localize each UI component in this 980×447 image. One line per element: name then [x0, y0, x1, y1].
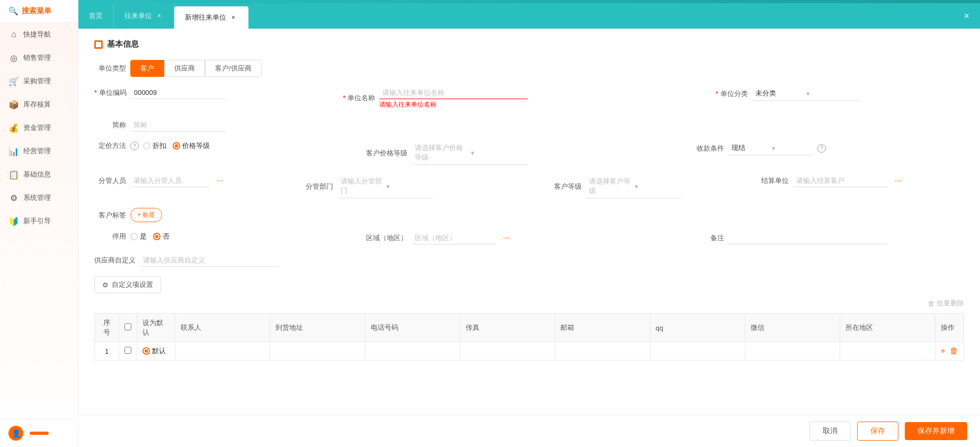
sidebar-search-label: 搜索菜单 — [22, 6, 51, 16]
unit-code-field: 单位编码 — [94, 86, 343, 99]
cancel-button[interactable]: 取消 — [809, 422, 851, 441]
td-address — [270, 342, 365, 361]
unit-name-input[interactable] — [379, 86, 528, 99]
pricing-method-label: 定价方法 — [94, 141, 126, 151]
disable-region-row: 停用 是 否 区域（地区） ··· 备注 — [94, 232, 964, 244]
sidebar-item-sales[interactable]: ◎ 销售管理 — [0, 46, 78, 69]
contact-input[interactable] — [181, 347, 264, 355]
finance-icon: 💰 — [8, 122, 19, 133]
table-header-row: 序号 设为默认 联系人 到货地址 电话号码 传真 邮箱 qq 微信 所在地区 操… — [95, 314, 964, 342]
code-name-category-row: 单位编码 单位名称 请输入往来单位名称 单位分类 未分类 ▾ — [94, 86, 964, 109]
settlement-unit-input[interactable] — [793, 174, 888, 187]
select-all-checkbox[interactable] — [124, 323, 131, 330]
email-input[interactable] — [560, 347, 644, 355]
sidebar-item-system[interactable]: ⚙ 系统管理 — [0, 186, 78, 209]
section-basic-info-header: 基本信息 — [94, 39, 964, 49]
customer-price-level-select[interactable]: 请选择客户价格等级 ▾ — [412, 141, 528, 165]
save-new-button[interactable]: 保存并新增 — [905, 422, 967, 440]
pricing-discount-label: 折扣 — [153, 141, 166, 151]
operations-icon: 📊 — [8, 146, 19, 156]
remarks-input[interactable] — [728, 232, 887, 244]
tab-home[interactable]: 首页 — [78, 3, 114, 29]
td-checkbox — [119, 342, 137, 361]
tabbar: 首页 往来单位 × 新增往来单位 × × — [78, 3, 980, 29]
tab-new-contact-label: 新增往来单位 — [185, 13, 226, 22]
sidebar-item-purchase[interactable]: 🛒 采购管理 — [0, 69, 78, 93]
tab-new-contact-close[interactable]: × — [229, 13, 237, 22]
default-radio[interactable]: 默认 — [142, 346, 170, 356]
quick-nav-icon: ⌂ — [8, 29, 19, 40]
td-fax — [460, 342, 555, 361]
sidebar-item-guide[interactable]: 🔰 新手引导 — [0, 209, 78, 233]
disable-yes-label: 是 — [140, 232, 147, 241]
settlement-unit-dots[interactable]: ··· — [893, 176, 904, 186]
region-dots[interactable]: ··· — [501, 233, 512, 243]
sidebar-item-operations[interactable]: 📊 经营管理 — [0, 139, 78, 163]
department-select[interactable]: 请输入分管部门 ▾ — [337, 174, 433, 198]
sidebar-item-inventory[interactable]: 📦 库存核算 — [0, 93, 78, 116]
sidebar-search[interactable]: 🔍 搜索菜单 — [0, 0, 78, 23]
tab-new-contact[interactable]: 新增往来单位 × — [174, 6, 248, 29]
customer-level-label: 客户等级 — [550, 182, 582, 191]
sidebar-progress — [30, 432, 49, 435]
tabbar-close-button[interactable]: × — [959, 8, 974, 24]
unit-category-arrow: ▾ — [806, 90, 855, 98]
sidebar-item-basic-info[interactable]: 📋 基础信息 — [0, 163, 78, 186]
payment-terms-select[interactable]: 现结 ▾ — [728, 141, 813, 155]
unit-category-label: 单位分类 — [716, 89, 748, 99]
settlement-unit-label: 结算单位 — [757, 176, 789, 186]
pricing-method-help[interactable]: ? — [130, 142, 139, 150]
customer-level-placeholder: 请选择客户等级 — [589, 177, 632, 196]
pricing-discount-radio[interactable]: 折扣 — [143, 141, 166, 151]
content-area: 基本信息 单位类型 客户 供应商 客户/供应商 单位编码 单位名称 — [78, 29, 980, 415]
add-tag-button[interactable]: + 标签 — [130, 208, 162, 222]
unit-category-field: 单位分类 未分类 ▾ — [716, 86, 964, 101]
th-seq: 序号 — [95, 314, 119, 342]
td-seq: 1 — [95, 342, 119, 361]
qq-input[interactable] — [656, 347, 740, 355]
fax-input[interactable] — [466, 347, 549, 355]
supplier-custom-input[interactable] — [140, 254, 278, 267]
pricing-level-circle — [173, 142, 180, 150]
unit-type-both-btn[interactable]: 客户/供应商 — [205, 60, 262, 77]
address-input[interactable] — [275, 347, 359, 355]
region-input[interactable] — [412, 232, 496, 244]
sidebar-item-quick-nav[interactable]: ⌂ 快捷导航 — [0, 23, 78, 46]
row-checkbox[interactable] — [124, 347, 131, 354]
sidebar-label-system: 系统管理 — [23, 193, 51, 203]
phone-input[interactable] — [371, 347, 455, 355]
batch-delete-label[interactable]: 批量删除 — [937, 299, 964, 308]
manager-input[interactable] — [130, 174, 210, 187]
pricing-level-radio[interactable]: 价格等级 — [173, 141, 210, 151]
unit-type-customer-btn[interactable]: 客户 — [130, 60, 164, 77]
manager-dots[interactable]: ··· — [214, 176, 225, 186]
row-region-input[interactable] — [845, 347, 929, 355]
tab-contacts-close[interactable]: × — [155, 11, 163, 21]
sidebar-item-finance[interactable]: 💰 资金管理 — [0, 116, 78, 139]
payment-terms-help[interactable]: ? — [817, 144, 826, 153]
add-row-icon[interactable]: + — [941, 346, 946, 356]
save-button[interactable]: 保存 — [857, 422, 898, 441]
tab-contacts[interactable]: 往来单位 × — [114, 3, 174, 29]
th-email: 邮箱 — [555, 314, 650, 342]
settlement-unit-field: 结算单位 ··· — [757, 174, 964, 187]
wechat-input[interactable] — [751, 347, 834, 355]
th-phone: 电话号码 — [365, 314, 460, 342]
th-action: 操作 — [935, 314, 964, 342]
short-name-input[interactable] — [130, 119, 226, 132]
unit-type-supplier-btn[interactable]: 供应商 — [164, 60, 205, 77]
unit-name-error: 请输入往来单位名称 — [379, 100, 716, 109]
unit-code-input[interactable] — [131, 86, 226, 99]
unit-category-select[interactable]: 未分类 ▾ — [752, 86, 858, 101]
region-field: 区域（地区） ··· — [366, 232, 692, 244]
disable-no-radio[interactable]: 否 — [153, 232, 170, 241]
search-icon: 🔍 — [8, 6, 19, 16]
delete-row-icon[interactable]: 🗑 — [950, 346, 958, 356]
disable-no-label: 否 — [163, 232, 170, 241]
td-region — [840, 342, 935, 361]
disable-yes-radio[interactable]: 是 — [130, 232, 147, 241]
custom-settings-button[interactable]: ⚙ 自定义项设置 — [94, 276, 161, 293]
customer-level-select[interactable]: 请选择客户等级 ▾ — [586, 174, 681, 198]
disable-yes-circle — [130, 233, 138, 240]
tab-home-label: 首页 — [89, 11, 103, 21]
